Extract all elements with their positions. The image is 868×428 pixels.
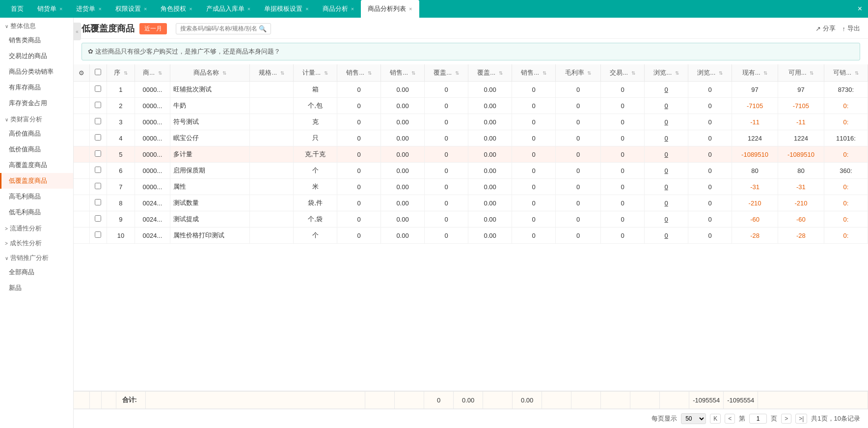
first-page-button[interactable]: K (710, 414, 721, 424)
checkbox-cell[interactable] (89, 82, 107, 98)
sidebar-item-high-margin[interactable]: 高毛利商品 (0, 189, 73, 204)
browse1-link[interactable]: 0 (665, 216, 668, 223)
sidebar-section-marketing[interactable]: ∨ 营销推广分析 (0, 250, 73, 264)
prev-page-button[interactable]: < (725, 414, 735, 424)
sidebar-item-all-goods[interactable]: 全部商品 (0, 264, 73, 280)
nav-item-analysis[interactable]: 商品分析 × (316, 0, 361, 18)
browse1-cell[interactable]: 0 (645, 114, 688, 130)
checkbox-cell[interactable] (89, 98, 107, 114)
browse1-link[interactable]: 0 (665, 102, 668, 110)
page-size-select[interactable]: 50 10 20 100 (681, 413, 706, 424)
sidebar-item-new-goods[interactable]: 新品 (0, 280, 73, 296)
close-icon[interactable]: × (144, 6, 147, 12)
checkbox-cell[interactable] (89, 114, 107, 130)
no-column-header[interactable]: 序 ⇅ (107, 64, 135, 82)
browse1-cell[interactable]: 0 (645, 146, 688, 163)
sidebar-item-high-value[interactable]: 高价值商品 (0, 126, 73, 142)
select-all-checkbox[interactable] (95, 69, 101, 75)
sidebar-item-sales-goods[interactable]: 销售类商品 (0, 32, 73, 48)
sidebar-item-category-turnover[interactable]: 商品分类动销率 (0, 64, 73, 80)
row-checkbox[interactable] (95, 102, 101, 108)
next-page-button[interactable]: > (781, 414, 791, 424)
nav-item-templates[interactable]: 单据模板设置 × (257, 0, 315, 18)
nav-item-analysis-list[interactable]: 商品分析列表 × (361, 0, 419, 18)
saleable-column-header[interactable]: 可销... ⇅ (824, 64, 868, 82)
browse1-cell[interactable]: 0 (645, 179, 688, 195)
sidebar-collapse-button[interactable]: « (74, 23, 81, 40)
sidebar-section-growth[interactable]: > 成长性分析 (0, 235, 73, 250)
global-close-button[interactable]: × (858, 4, 862, 13)
table-wrapper[interactable]: ⚙ 序 ⇅ 商... ⇅ 商品名称 ⇅ 规格... ⇅ 计量... ⇅ 销售..… (74, 64, 868, 391)
row-checkbox[interactable] (95, 150, 101, 157)
sales-qty-column-header[interactable]: 销售... ⇅ (337, 64, 381, 82)
cover-num-column-header[interactable]: 覆盖... ⇅ (425, 64, 468, 82)
browse1-link[interactable]: 0 (665, 200, 668, 207)
row-checkbox[interactable] (95, 183, 101, 189)
sidebar-item-low-coverage[interactable]: 低覆盖度商品 (0, 173, 73, 189)
sidebar-item-stock-capital[interactable]: 库存资金占用 (0, 95, 73, 111)
settings-column-header[interactable]: ⚙ (74, 64, 89, 82)
available-column-header[interactable]: 可用... ⇅ (778, 64, 824, 82)
sidebar-section-overall[interactable]: ∨ 整体信息 (0, 18, 73, 32)
browse1-cell[interactable]: 0 (645, 211, 688, 228)
row-checkbox[interactable] (95, 231, 101, 238)
sidebar-item-high-coverage[interactable]: 高覆盖度商品 (0, 157, 73, 173)
row-checkbox[interactable] (95, 118, 101, 124)
row-checkbox[interactable] (95, 199, 101, 205)
sidebar-item-traded-goods[interactable]: 交易过的商品 (0, 48, 73, 64)
browse1-cell[interactable]: 0 (645, 195, 688, 211)
sales-cnt-column-header[interactable]: 销售... ⇅ (512, 64, 556, 82)
nav-item-home[interactable]: 首页 (4, 0, 30, 18)
browse1-link[interactable]: 0 (665, 86, 668, 93)
sidebar-section-liquidity[interactable]: > 流通性分析 (0, 220, 73, 235)
checkbox-cell[interactable] (89, 130, 107, 146)
unit-column-header[interactable]: 计量... ⇅ (294, 64, 337, 82)
nav-item-production[interactable]: 产成品入库单 × (199, 0, 257, 18)
nav-item-sales[interactable]: 销货单 × (30, 0, 69, 18)
browse1-cell[interactable]: 0 (645, 163, 688, 179)
checkbox-cell[interactable] (89, 163, 107, 179)
browse1-link[interactable]: 0 (665, 118, 668, 126)
nav-item-purchase[interactable]: 进货单 × (69, 0, 108, 18)
row-checkbox[interactable] (95, 215, 101, 222)
checkbox-cell[interactable] (89, 211, 107, 228)
checkbox-cell[interactable] (89, 195, 107, 211)
sidebar-section-wealth[interactable]: ∨ 类财富分析 (0, 111, 73, 126)
browse1-column-header[interactable]: 浏览... ⇅ (645, 64, 688, 82)
row-checkbox[interactable] (95, 134, 101, 141)
sales-amt-column-header[interactable]: 销售... ⇅ (381, 64, 425, 82)
browse1-cell[interactable]: 0 (645, 228, 688, 244)
browse1-link[interactable]: 0 (665, 183, 668, 191)
current-column-header[interactable]: 现有... ⇅ (732, 64, 778, 82)
nav-item-roles[interactable]: 角色授权 × (154, 0, 199, 18)
close-icon[interactable]: × (409, 6, 412, 12)
share-button[interactable]: ↗ 分享 (815, 24, 836, 33)
sidebar-item-low-margin[interactable]: 低毛利商品 (0, 204, 73, 220)
search-input[interactable] (180, 25, 259, 32)
name-column-header[interactable]: 商品名称 ⇅ (170, 64, 250, 82)
date-filter-button[interactable]: 近一月 (139, 23, 167, 34)
close-icon[interactable]: × (59, 6, 62, 12)
checkbox-cell[interactable] (89, 228, 107, 244)
browse1-link[interactable]: 0 (665, 167, 668, 174)
browse1-link[interactable]: 0 (665, 135, 668, 142)
browse1-link[interactable]: 0 (665, 232, 668, 239)
last-page-button[interactable]: >| (795, 414, 807, 424)
close-icon[interactable]: × (305, 6, 308, 12)
close-icon[interactable]: × (247, 6, 250, 12)
checkbox-cell[interactable] (89, 179, 107, 195)
close-icon[interactable]: × (189, 6, 192, 12)
export-button[interactable]: ↑ 导出 (842, 24, 861, 33)
browse1-cell[interactable]: 0 (645, 98, 688, 114)
close-icon[interactable]: × (98, 6, 101, 12)
page-number-input[interactable] (749, 414, 767, 424)
browse1-cell[interactable]: 0 (645, 130, 688, 146)
gross-rate-column-header[interactable]: 毛利率 ⇅ (556, 64, 601, 82)
row-checkbox[interactable] (95, 86, 101, 92)
browse1-cell[interactable]: 0 (645, 82, 688, 98)
sidebar-item-low-value[interactable]: 低价值商品 (0, 142, 73, 157)
sidebar-item-in-stock[interactable]: 有库存商品 (0, 80, 73, 95)
browse1-link[interactable]: 0 (665, 151, 668, 158)
close-icon[interactable]: × (351, 6, 354, 12)
row-checkbox[interactable] (95, 167, 101, 173)
